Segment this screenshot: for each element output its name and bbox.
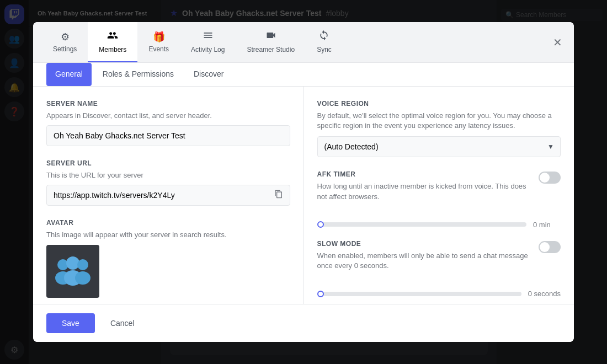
server-name-desc: Appears in Discover, contact list, and s… [46,111,290,121]
avatar-desc: This image will appear with your server … [46,230,290,240]
afk-timer-content: AFK TIMER How long until an inactive mem… [317,170,533,207]
voice-region-field-group: VOICE REGION By default, we'll select th… [317,100,561,157]
slow-mode-desc: When enabled, members will only be able … [317,251,533,271]
subtab-discover[interactable]: Discover [185,63,232,86]
sync-nav-icon [318,30,329,44]
voice-region-desc: By default, we'll select the optimal voi… [317,111,561,131]
slow-mode-content: SLOW MODE When enabled, members will onl… [317,240,533,276]
server-url-desc: This is the URL for your server [46,170,290,180]
modal-right-panel: VOICE REGION By default, we'll select th… [304,87,574,304]
modal-body: SERVER NAME Appears in Discover, contact… [33,87,574,304]
server-url-input[interactable] [47,185,268,205]
avatar-field-group: AVATAR This image will appear with your … [46,219,290,297]
slow-mode-label: SLOW MODE [317,240,533,248]
nav-item-members[interactable]: Members [88,22,137,62]
subtab-roles-permissions[interactable]: Roles & Permissions [94,63,183,86]
avatar-preview[interactable] [46,245,99,298]
server-settings-modal: ⚙ Settings Members 🎁 Events [33,22,574,342]
afk-timer-section: AFK TIMER How long until an inactive mem… [317,170,561,207]
voice-region-select[interactable]: (Auto Detected) [317,136,561,157]
afk-timer-desc: How long until an inactive member is kic… [317,181,533,201]
activity-log-nav-icon [203,30,214,44]
server-url-field-group: SERVER URL This is the URL for your serv… [46,159,290,206]
svg-point-5 [77,259,88,270]
modal-left-panel: SERVER NAME Appears in Discover, contact… [33,87,304,304]
voice-region-select-wrapper: (Auto Detected) ▼ [317,136,561,157]
nav-item-activity-log[interactable]: Activity Log [180,22,236,62]
afk-timer-slider-row: 0 min [317,221,561,229]
slow-mode-slider-track[interactable] [317,292,521,296]
subtab-general[interactable]: General [46,63,92,86]
slow-mode-section: SLOW MODE When enabled, members will onl… [317,240,561,276]
svg-point-6 [75,271,90,285]
server-name-field-group: SERVER NAME Appears in Discover, contact… [46,100,290,146]
nav-item-sync[interactable]: Sync [306,22,343,62]
nav-item-events[interactable]: 🎁 Events [137,23,180,62]
modal-overlay: ⚙ Settings Members 🎁 Events [0,0,607,364]
cancel-button[interactable]: Cancel [102,313,143,333]
afk-timer-slider-track[interactable] [317,222,527,227]
voice-region-label: VOICE REGION [317,100,561,108]
avatar-label: AVATAR [46,219,290,227]
afk-timer-toggle[interactable] [539,172,561,184]
slow-mode-slider-thumb[interactable] [317,291,324,297]
slow-mode-slider-row: 0 seconds [317,290,561,298]
modal-nav: ⚙ Settings Members 🎁 Events [33,22,574,63]
save-button[interactable]: Save [46,313,95,333]
modal-subtabs: General Roles & Permissions Discover [33,63,574,87]
members-nav-icon [107,30,118,44]
afk-timer-slider-thumb[interactable] [317,221,324,228]
settings-nav-icon: ⚙ [61,31,70,43]
nav-item-streamer-studio[interactable]: Streamer Studio [236,22,306,62]
svg-point-3 [66,256,79,270]
streamer-studio-nav-icon [265,30,276,44]
modal-footer: Save Cancel [33,304,574,342]
server-name-label: SERVER NAME [46,100,290,108]
slow-mode-value: 0 seconds [528,290,561,298]
copy-url-icon[interactable] [268,190,290,201]
events-nav-icon: 🎁 [153,31,165,43]
slow-mode-toggle[interactable] [539,241,561,253]
nav-item-settings[interactable]: ⚙ Settings [42,23,88,62]
server-url-label: SERVER URL [46,159,290,167]
afk-timer-value: 0 min [533,221,561,229]
server-name-input[interactable] [46,125,290,146]
server-url-input-wrapper [46,185,290,206]
modal-close-button[interactable]: ✕ [550,35,565,50]
afk-timer-label: AFK TIMER [317,170,533,178]
